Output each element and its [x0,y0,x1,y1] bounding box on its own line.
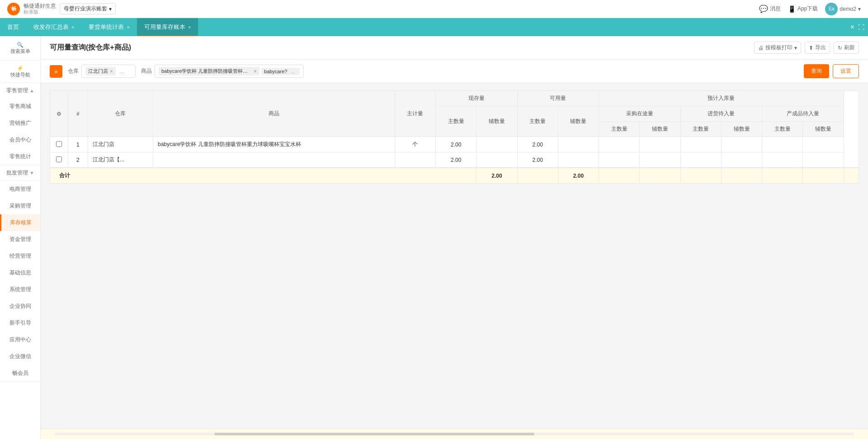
td-production-aux [803,137,844,152]
tab-receipt-close[interactable]: × [71,24,74,30]
message-icon: 💬 [759,5,768,13]
sidebar-item-member[interactable]: 会员中心 [0,132,40,148]
account-dropdown[interactable]: 母婴行业演示账套 ▾ [60,3,116,14]
sidebar-item-ops[interactable]: 经营管理 [0,248,40,264]
sidebar-item-label: 企业协同 [9,302,31,310]
th-num: # [68,91,88,137]
tab-order-close[interactable]: × [127,24,129,30]
sidebar-item-label: 采购管理 [9,202,31,210]
th-product: 商品 [153,91,395,137]
warehouse-more[interactable]: ... [118,68,126,75]
settings-btn[interactable]: 设置 [833,64,859,78]
avatar: Ea [825,3,838,15]
warehouse-tag-remove[interactable]: × [110,68,113,75]
navtabs-actions: × ⛶ [850,23,868,31]
product-dots: ... [289,69,297,74]
sidebar-item-label: 库存核算 [10,219,32,227]
expand-btn[interactable]: ⛶ [858,24,864,31]
app-subtitle: 标准版 [24,9,56,15]
sidebar-item-label: 零售商城 [9,103,31,110]
sidebar-item-collab[interactable]: 企业协同 [0,298,40,315]
sidebar-item-retail-stat[interactable]: 零售统计 [0,148,40,165]
filter-actions: 查询 设置 [804,64,859,78]
search-menu-btn[interactable]: 🔍 搜索菜单 [4,40,37,57]
content-area: 可用量查询(按仓库+商品) 🖨 按模板打印 ▾ ⬆ 导出 ↻ 刷新 » [41,36,868,439]
product-input[interactable]: babycare学饮杯 儿童防摔防撞吸管杯重力球吸嘴杯宝宝水杯 × babyca… [155,65,304,78]
horizontal-scrollbar[interactable] [54,433,854,435]
table-row: 2 江北门店【... 2.00 2.00 [50,152,859,168]
sidebar-item-vip[interactable]: 畅会员 [0,365,40,382]
td-avail-main: 2.00 [517,152,558,168]
td-incoming-main [680,152,721,168]
td-product: babycare学饮杯 儿童防摔防撞吸管杯重力球吸嘴杯宝宝水杯 [153,137,395,152]
th-gear: ⚙ [50,91,68,137]
sidebar-item-inventory-mgmt[interactable]: 库存核算 [0,214,40,231]
sidebar-item-label: 系统管理 [9,286,31,293]
export-icon: ⬆ [809,45,813,51]
product-tag-1: babycare学饮杯 儿童防摔防撞吸管杯重力球吸嘴杯宝宝水杯 × [159,67,259,76]
product-tag-2: babycare? ... [261,68,300,75]
gear-icon[interactable]: ⚙ [57,111,61,117]
sidebar-item-appstore[interactable]: 应用中心 [0,331,40,348]
close-window-btn[interactable]: × [850,23,854,31]
tab-inventory[interactable]: 可用量库存账本 × [137,18,198,36]
tab-order[interactable]: 要货单统计表 × [81,18,137,36]
tab-receipt[interactable]: 收发存汇总表 × [26,18,81,36]
app-download-btn[interactable]: 📱 App下载 [788,5,818,13]
td-check[interactable] [50,152,68,168]
th-planned-in: 预计入库量 [599,91,844,106]
quick-nav-btn[interactable]: ⚡ 快捷导航 [0,62,40,81]
sidebar-item-retail[interactable]: 零售管理 ▲ [0,83,40,98]
print-btn[interactable]: 🖨 按模板打印 ▾ [754,42,801,54]
refresh-btn[interactable]: ↻ 刷新 [834,42,859,54]
search-icon: 🔍 [17,42,24,48]
summary-label: 合计 [50,168,476,184]
sidebar-item-basic[interactable]: 基础信息 [0,264,40,281]
sidebar-item-label: 畅会员 [12,369,28,377]
td-purchase-main [599,137,640,152]
sidebar-item-finance[interactable]: 资金管理 [0,231,40,248]
td-avail-aux [558,152,599,168]
td-check[interactable] [50,137,68,152]
scrollbar-thumb[interactable] [214,433,534,435]
sidebar-item-newbie[interactable]: 新手引导 [0,315,40,331]
product-label: 商品 [141,67,152,75]
warehouse-input[interactable]: 江北门店 × ... [81,65,136,78]
sidebar-item-purchase[interactable]: 采购管理 [0,198,40,214]
chevron-down-icon-user: ▾ [858,6,861,12]
page-title: 可用量查询(按仓库+商品) [50,43,131,52]
sidebar-item-retail-mall[interactable]: 零售商城 [0,98,40,115]
app-logo: 畅 [7,3,20,15]
td-warehouse: 江北门店 [88,137,153,152]
query-btn[interactable]: 查询 [804,64,829,78]
user-menu[interactable]: Ea demo2 ▾ [825,3,861,15]
sidebar-item-label: 零售管理 [6,87,28,94]
inventory-table: ⚙ # 仓库 商品 主计量 现存量 可用量 预计入库量 主数量 辅数量 主数量 [50,90,859,184]
summary-incoming-aux [762,168,803,184]
warehouse-tag: 江北门店 × [85,67,116,76]
product-filter: 商品 babycare学饮杯 儿童防摔防撞吸管杯重力球吸嘴杯宝宝水杯 × bab… [141,65,304,78]
sidebar-item-system[interactable]: 系统管理 [0,281,40,298]
sidebar-item-label: 营销推广 [9,119,31,127]
product-tag-1-remove[interactable]: × [254,68,257,75]
td-stock-main: 2.00 [436,152,476,168]
th-avail-aux: 辅数量 [558,106,599,137]
export-btn[interactable]: ⬆ 导出 [805,42,830,54]
sidebar-item-ecom[interactable]: 电商管理 [0,181,40,198]
message-btn[interactable]: 💬 消息 [759,5,781,13]
td-production-main [762,137,803,152]
th-avail-main: 主数量 [517,106,558,137]
topbar: 畅 畅捷通好生意 标准版 母婴行业演示账套 ▾ 💬 消息 📱 App下载 Ea … [0,0,868,18]
filter-expand-btn[interactable]: » [50,65,62,78]
td-warehouse: 江北门店【... [88,152,153,168]
sidebar-item-wechat[interactable]: 企业微信 [0,348,40,365]
sidebar-item-label: 企业微信 [9,353,31,360]
summary-row: 合计 2.00 2.00 [50,168,859,184]
td-product [153,152,395,168]
table-row: 1 江北门店 babycare学饮杯 儿童防摔防撞吸管杯重力球吸嘴杯宝宝水杯 个… [50,137,859,152]
sidebar-item-wholesale[interactable]: 批发管理 ▼ [0,165,40,180]
tab-home[interactable]: 首页 [0,18,26,36]
td-purchase-aux [640,137,680,152]
sidebar-item-marketing[interactable]: 营销推广 [0,115,40,132]
tab-inventory-close[interactable]: × [188,24,191,30]
